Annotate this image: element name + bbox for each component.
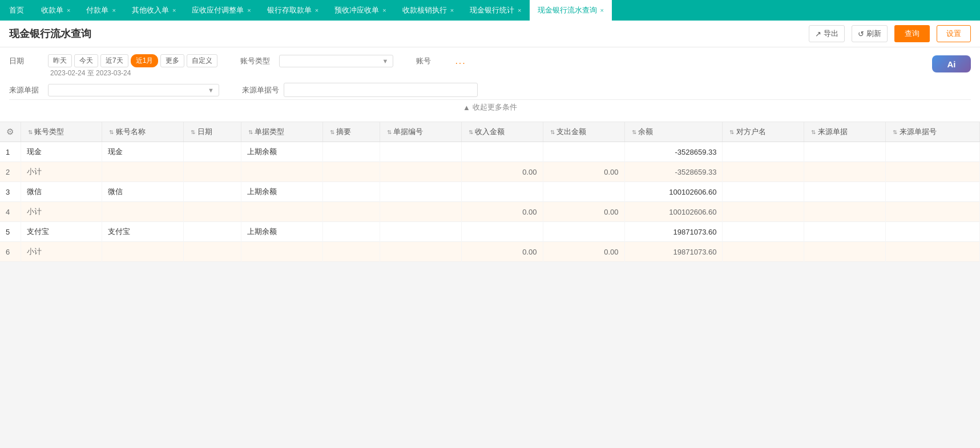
row-account-name: 微信 [102, 182, 184, 202]
nav-tab-writeoff[interactable]: 收款核销执行 × [394, 0, 462, 21]
col-income[interactable]: ⇅ 收入金额 [461, 122, 543, 142]
table-row: 6小计0.000.0019871073.60 [0, 242, 980, 262]
row-source-doc [804, 142, 886, 162]
export-button[interactable]: ↗ 导出 [809, 25, 845, 42]
row-account-type: 小计 [21, 162, 102, 182]
row-expense [543, 182, 624, 202]
gear-icon[interactable]: ⚙ [6, 127, 14, 136]
row-income: 0.00 [461, 162, 543, 182]
close-icon[interactable]: × [247, 7, 251, 14]
row-summary [322, 222, 380, 242]
row-counter-name [723, 242, 804, 262]
settings-button[interactable]: 设置 [937, 25, 971, 42]
date-btn-1month[interactable]: 近1月 [131, 54, 159, 67]
row-num: 1 [0, 142, 21, 162]
account-type-select[interactable]: ▼ [279, 55, 393, 67]
date-btn-custom[interactable]: 自定义 [187, 54, 217, 67]
close-icon[interactable]: × [382, 7, 386, 14]
close-icon[interactable]: × [112, 7, 115, 14]
col-doc-no[interactable]: ⇅ 单据编号 [380, 122, 461, 142]
row-doc-no [380, 222, 461, 242]
row-date [184, 142, 241, 162]
col-summary[interactable]: ⇅ 摘要 [322, 122, 380, 142]
account-dots-button[interactable]: ... [455, 56, 466, 66]
row-source-doc-no [886, 202, 980, 222]
row-source-doc [804, 242, 886, 262]
nav-tab-adjustments[interactable]: 应收应付调整单 × [184, 0, 259, 21]
top-navigation: 首页 收款单 × 付款单 × 其他收入单 × 应收应付调整单 × 银行存取款单 … [0, 0, 980, 21]
row-account-name: 现金 [102, 142, 184, 162]
data-table-container: ⚙ ⇅ 账号类型 ⇅ 账号名称 ⇅ 日期 ⇅ 单据类型 [0, 122, 980, 262]
row-date [184, 182, 241, 202]
row-source-doc [804, 162, 886, 182]
source-doc-select[interactable]: ▼ [48, 84, 219, 96]
source-doc-filter-group: 来源单据 ▼ [9, 84, 219, 96]
nav-tab-bank-deposit[interactable]: 银行存取款单 × [259, 0, 326, 21]
nav-tab-cash-stats[interactable]: 现金银行统计 × [462, 0, 529, 21]
nav-tab-cashflow[interactable]: 现金银行流水查询 × [530, 0, 612, 21]
row-balance: 100102606.60 [624, 202, 723, 222]
row-counter-name [723, 182, 804, 202]
source-doc-label: 来源单据 [9, 85, 43, 95]
account-label: 账号 [416, 56, 450, 66]
col-source-doc-no[interactable]: ⇅ 来源单据号 [886, 122, 980, 142]
row-balance: 19871073.60 [624, 222, 723, 242]
col-balance[interactable]: ⇅ 余额 [624, 122, 723, 142]
col-expense[interactable]: ⇅ 支出金额 [543, 122, 624, 142]
table-row: 4小计0.000.00100102606.60 [0, 202, 980, 222]
nav-tab-payments[interactable]: 付款单 × [78, 0, 123, 21]
col-date[interactable]: ⇅ 日期 [184, 122, 241, 142]
date-btn-yesterday[interactable]: 昨天 [48, 54, 72, 67]
nav-tab-receipts[interactable]: 收款单 × [33, 0, 78, 21]
source-doc-no-input[interactable] [284, 83, 478, 97]
close-icon[interactable]: × [518, 7, 521, 14]
date-buttons: 昨天 今天 近7天 近1月 更多 自定义 [48, 54, 217, 67]
filter-row-top: 日期 昨天 今天 近7天 近1月 更多 自定义 账号类型 ▼ 账号 ... [9, 54, 971, 67]
row-doc-no [380, 182, 461, 202]
col-account-type[interactable]: ⇅ 账号类型 [21, 122, 102, 142]
row-date [184, 242, 241, 262]
close-icon[interactable]: × [67, 7, 70, 14]
row-counter-name [723, 142, 804, 162]
nav-tab-other-income[interactable]: 其他收入单 × [124, 0, 184, 21]
export-icon: ↗ [815, 30, 821, 38]
close-icon[interactable]: × [172, 7, 176, 14]
row-doc-type: 上期余额 [241, 182, 322, 202]
row-account-type: 小计 [21, 202, 102, 222]
row-source-doc-no [886, 242, 980, 262]
date-btn-more[interactable]: 更多 [160, 54, 184, 67]
date-range-display: 2023-02-24 至 2023-03-24 [50, 69, 131, 77]
col-doc-type[interactable]: ⇅ 单据类型 [241, 122, 322, 142]
nav-home[interactable]: 首页 [0, 0, 33, 21]
row-expense [543, 142, 624, 162]
table-row: 2小计0.000.00-3528659.33 [0, 162, 980, 182]
col-account-name[interactable]: ⇅ 账号名称 [102, 122, 184, 142]
close-icon[interactable]: × [450, 7, 454, 14]
ai-assistant-badge[interactable]: Ai [932, 55, 971, 72]
nav-tab-advance[interactable]: 预收冲应收单 × [326, 0, 394, 21]
close-icon[interactable]: × [600, 7, 604, 14]
row-income: 0.00 [461, 202, 543, 222]
row-source-doc-no [886, 142, 980, 162]
date-label: 日期 [9, 56, 43, 66]
collapse-filter-button[interactable]: ▲ 收起更多条件 [9, 99, 971, 115]
row-summary [322, 162, 380, 182]
row-source-doc [804, 202, 886, 222]
sort-icon: ⇅ [550, 129, 555, 135]
query-button[interactable]: 查询 [894, 25, 930, 42]
sort-icon: ⇅ [248, 129, 253, 135]
page-title: 现金银行流水查询 [9, 27, 91, 41]
date-btn-7days[interactable]: 近7天 [100, 54, 128, 67]
row-counter-name [723, 202, 804, 222]
date-btn-today[interactable]: 今天 [74, 54, 98, 67]
sort-icon: ⇅ [469, 129, 473, 135]
col-settings[interactable]: ⚙ [0, 122, 21, 142]
sort-icon: ⇅ [729, 129, 734, 135]
close-icon[interactable]: × [315, 7, 318, 14]
refresh-button[interactable]: ↺ 刷新 [852, 25, 888, 42]
row-balance: 19871073.60 [624, 242, 723, 262]
col-counter-name[interactable]: ⇅ 对方户名 [723, 122, 804, 142]
col-source-doc[interactable]: ⇅ 来源单据 [804, 122, 886, 142]
row-expense: 0.00 [543, 242, 624, 262]
row-source-doc [804, 182, 886, 202]
